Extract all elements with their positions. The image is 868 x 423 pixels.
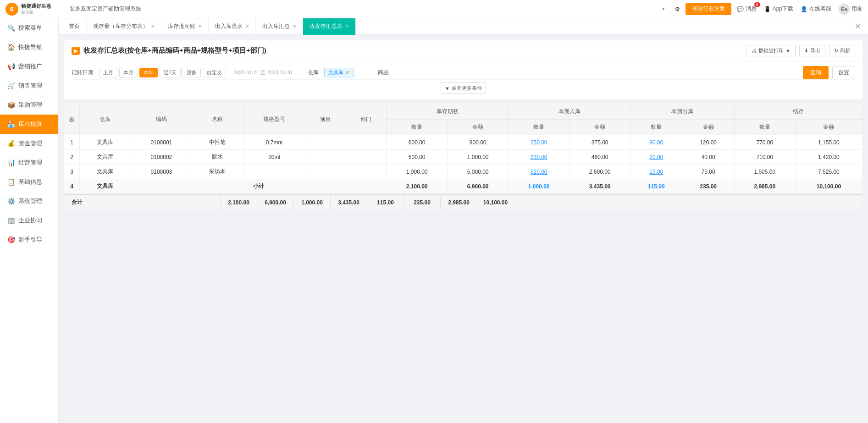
- th-bal-amt: 金额: [795, 120, 862, 135]
- row1-opening-amt: 900.00: [448, 135, 509, 150]
- tab-recv-send[interactable]: 收发存汇总表 ✕: [303, 18, 356, 35]
- row1-in-qty[interactable]: 250.00: [509, 135, 569, 150]
- sidebar-item-finance[interactable]: 💰 资金管理: [0, 134, 58, 153]
- table-row: 1 文具库 0100001 中性笔 0.7mm 600.00 900.00 25…: [64, 135, 862, 150]
- row1-bal-amt: 1,155.00: [795, 135, 862, 150]
- close-all-tabs[interactable]: ✕: [851, 22, 864, 31]
- sidebar-item-quick[interactable]: 🏠 快捷导航: [0, 38, 58, 57]
- try-btn[interactable]: 体验行业方案: [686, 3, 731, 15]
- expand-filter-row: ▼ 展开更多条件: [72, 79, 855, 97]
- sidebar-item-inventory[interactable]: 🏪 库存核算: [0, 115, 58, 134]
- data-table: ⚙ 仓库 编码 名称 规格型号 项目 部门 库存期初 本期入库 本期出库 结存: [64, 104, 862, 194]
- row2-spec: 20ml: [243, 150, 305, 165]
- tab-close-recv-send[interactable]: ✕: [345, 24, 349, 29]
- th-project: 项目: [305, 104, 346, 135]
- row3-out-qty[interactable]: 15.00: [630, 165, 682, 179]
- online-service-btn[interactable]: 👤 在线客服: [801, 5, 831, 13]
- total-in-qty: 1,000.00: [293, 196, 330, 209]
- subtotal-in-qty[interactable]: 1,000.00: [509, 179, 569, 194]
- warehouse-filter-tag[interactable]: 文具库 ✕: [324, 68, 354, 77]
- collapse-arrow[interactable]: ▶: [72, 47, 80, 55]
- expand-btn[interactable]: ▼ 展开更多条件: [441, 82, 486, 94]
- row2-bal-qty: 710.00: [734, 150, 795, 165]
- date-btn-this-month[interactable]: 本月: [119, 68, 138, 77]
- th-out-amt: 金额: [682, 120, 734, 135]
- sidebar-item-purchase[interactable]: 📦 采购管理: [0, 95, 58, 115]
- sidebar-item-enterprise[interactable]: 🏢 企业协同: [0, 211, 58, 230]
- sidebar-item-search[interactable]: 🔍 搜索菜单: [0, 18, 58, 38]
- sidebar-item-sales[interactable]: 🛒 销售管理: [0, 76, 58, 95]
- date-btn-7days[interactable]: 近7天: [160, 68, 181, 77]
- total-opening-amt: 6,900.00: [257, 196, 293, 209]
- tab-close-batch[interactable]: ✕: [198, 24, 202, 29]
- subtotal-out-amt: 235.00: [682, 179, 734, 194]
- th-settings: ⚙: [64, 104, 80, 135]
- basic-icon: 📋: [7, 178, 15, 186]
- row1-bal-qty: 770.00: [734, 135, 795, 150]
- message-btn[interactable]: 💬 消息 6: [737, 5, 757, 13]
- product-more[interactable]: ···: [394, 70, 398, 76]
- sidebar-item-basic[interactable]: 📋 基础信息: [0, 172, 58, 192]
- data-table-wrapper: ⚙ 仓库 编码 名称 规格型号 项目 部门 库存期初 本期入库 本期出库 结存: [64, 104, 862, 210]
- sidebar-item-operation[interactable]: 📊 经营管理: [0, 153, 58, 172]
- th-opening-qty: 数量: [387, 120, 448, 135]
- warehouse-more[interactable]: ···: [359, 70, 363, 76]
- settings-icon[interactable]: ⚙: [675, 6, 680, 12]
- row2-name: 胶水: [192, 150, 243, 165]
- tab-home[interactable]: 首页: [62, 18, 87, 35]
- row2-dept: [346, 150, 386, 165]
- row2-out-qty[interactable]: 20.00: [630, 150, 682, 165]
- sidebar-item-system[interactable]: ⚙️ 系统管理: [0, 192, 58, 211]
- row2-in-qty[interactable]: 230.00: [509, 150, 569, 165]
- app-download-btn[interactable]: 📱 App下载: [764, 5, 793, 13]
- subtotal-out-qty[interactable]: 115.00: [630, 179, 682, 194]
- tab-close-stock-dist[interactable]: ✕: [151, 24, 155, 29]
- row3-index: 3: [64, 165, 80, 179]
- operation-icon: 📊: [7, 159, 15, 166]
- sidebar-item-newbie[interactable]: 🎯 新手引导: [0, 230, 58, 249]
- table-settings-icon[interactable]: ⚙: [69, 116, 75, 123]
- row2-warehouse: 文具库: [80, 150, 131, 165]
- row3-project: [305, 165, 346, 179]
- avatar: Ea: [839, 4, 850, 15]
- row1-warehouse: 文具库: [80, 135, 131, 150]
- tab-batch[interactable]: 库存批次账 ✕: [161, 18, 209, 35]
- date-btn-last-month[interactable]: 上月: [99, 68, 117, 77]
- row3-out-amt: 75.00: [682, 165, 734, 179]
- query-btn[interactable]: 查询: [803, 66, 829, 79]
- row3-opening-amt: 5,000.00: [448, 165, 509, 179]
- sidebar-item-marketing[interactable]: 📢 营销推广: [0, 57, 58, 76]
- user-btn[interactable]: Ea 用友: [839, 4, 862, 15]
- row2-index: 2: [64, 150, 80, 165]
- tab-inout-summary[interactable]: 出入库汇总 ✕: [256, 18, 303, 35]
- date-btn-this-year[interactable]: 本年: [139, 68, 158, 77]
- date-shortcuts: 上月 本月 本年 近7天 更多 自定义: [99, 68, 226, 77]
- th-out-group: 本期出库: [630, 104, 735, 120]
- row2-opening-amt: 1,000.00: [448, 150, 509, 165]
- row1-out-qty[interactable]: 80.00: [630, 135, 682, 150]
- marketing-icon: 📢: [7, 63, 15, 70]
- row3-in-qty[interactable]: 520.00: [509, 165, 569, 179]
- date-btn-custom[interactable]: 自定义: [203, 68, 226, 77]
- tab-stock-dist[interactable]: 现存量（库存分布表） ✕: [87, 18, 161, 35]
- tab-close-inout-summary[interactable]: ✕: [293, 24, 296, 29]
- tab-close-inout-flow[interactable]: ✕: [245, 24, 249, 29]
- top-actions: 💬 消息 6 📱 App下载 👤 在线客服 Ea 用友: [737, 4, 862, 15]
- total-row: 合计 2,100.00 6,900.00 1,000.00 3,435.00 1…: [64, 194, 862, 210]
- print-btn[interactable]: 🖨 拨锁版打印 ▼: [746, 45, 796, 56]
- date-label: 记账日期: [72, 69, 94, 77]
- tab-inout-flow[interactable]: 出入库流水 ✕: [209, 18, 256, 35]
- th-warehouse: 仓库: [80, 104, 131, 135]
- row3-opening-qty: 1,000.00: [387, 165, 448, 179]
- total-values: 2,100.00 6,900.00 1,000.00 3,435.00 115.…: [220, 196, 862, 209]
- remove-warehouse-tag[interactable]: ✕: [345, 70, 349, 76]
- total-opening-qty: 2,100.00: [220, 196, 257, 209]
- date-btn-more[interactable]: 更多: [182, 68, 201, 77]
- chevron-down-icon: ▼: [785, 48, 791, 54]
- product-label: 商品: [378, 69, 389, 77]
- export-btn[interactable]: ⬇ 导出: [799, 45, 825, 56]
- sidebar: 🔍 搜索菜单 🏠 快捷导航 📢 营销推广 🛒 销售管理 📦 采购管理 🏪 库存核…: [0, 18, 59, 423]
- refresh-btn[interactable]: ↻ 刷新: [829, 45, 855, 56]
- filter-settings-btn[interactable]: 设置: [832, 66, 855, 79]
- system-selector[interactable]: ▼: [661, 6, 666, 11]
